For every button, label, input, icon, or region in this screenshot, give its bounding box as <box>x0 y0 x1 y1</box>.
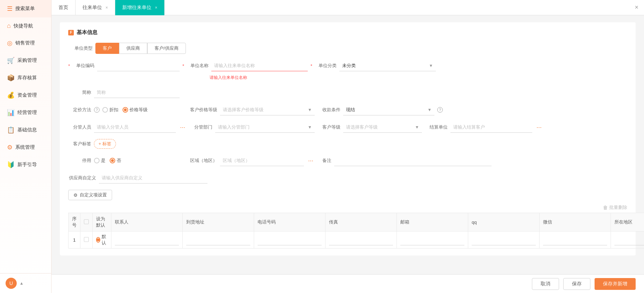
row-checkbox[interactable] <box>84 237 89 242</box>
tab-new-partner-close[interactable]: × <box>155 5 157 10</box>
sidebar-item-sys[interactable]: ⚙ 系统管理 <box>0 139 51 156</box>
batch-delete-area: 🗑 批量删除 <box>68 204 627 211</box>
custom-settings-button[interactable]: ⚙ 自定义项设置 <box>68 190 112 200</box>
row-wechat[interactable] <box>540 231 611 249</box>
sidebar-item-inventory[interactable]: 📦 库存核算 <box>0 69 51 87</box>
section-title: F 基本信息 <box>68 29 627 36</box>
customer-price-label: 客户价格等级 <box>189 107 217 113</box>
region-field: 区域（地区） ··· <box>189 155 315 166</box>
region-label: 区域（地区） <box>189 157 217 164</box>
sidebar-item-operations[interactable]: 📊 经营管理 <box>0 104 51 121</box>
guide-icon: 🔰 <box>7 161 15 169</box>
tab-home[interactable]: 首页 <box>52 0 76 15</box>
col-contact: 联系人 <box>111 213 183 231</box>
home-icon: ⌂ <box>7 22 11 30</box>
table-header: 序号 设为默认 联系人 到货地址 电话号码 传真 邮箱 qq 微信 所在地区 操… <box>69 213 644 231</box>
short-name-input[interactable] <box>94 87 180 98</box>
close-all-tabs[interactable]: × <box>629 4 644 11</box>
save-new-button[interactable]: 保存并新增 <box>595 278 636 290</box>
type-btn-customer[interactable]: 客户 <box>95 43 119 54</box>
settlement-field: 结算单位 ··· <box>425 122 543 133</box>
sidebar-item-label: 库存核算 <box>17 75 37 81</box>
unit-name-label: 单位名称 <box>188 63 209 69</box>
row-qq[interactable] <box>468 231 540 249</box>
sidebar-item-finance[interactable]: 💰 资金管理 <box>0 87 51 104</box>
supplier-custom-input[interactable] <box>99 172 207 184</box>
pricing-price-level[interactable]: 价格等级 <box>123 107 148 113</box>
remark-field: 备注 <box>317 155 492 166</box>
sidebar-item-purchase[interactable]: 🛒 采购管理 <box>0 52 51 69</box>
sidebar: ☰ 搜索菜单 ⌂ 快捷导航 ◎ 销售管理 🛒 采购管理 📦 库存核算 💰 资金管… <box>0 0 52 293</box>
discount-radio[interactable] <box>102 107 108 113</box>
unit-type-row: 单位类型 客户 供应商 客户/供应商 <box>68 43 627 54</box>
disable-yes[interactable]: 是 <box>94 157 105 164</box>
add-tag-button[interactable]: + 标签 <box>94 139 116 149</box>
row-address[interactable] <box>183 231 254 249</box>
payment-select[interactable]: 现结 ▼ <box>343 104 434 115</box>
short-name-label: 简称 <box>68 89 91 96</box>
row-contact[interactable] <box>111 231 183 249</box>
sidebar-item-guide[interactable]: 🔰 新手引导 <box>0 156 51 173</box>
footer-bar: 取消 保存 保存并新增 <box>52 274 644 293</box>
region-input[interactable] <box>220 155 304 166</box>
type-btn-supplier[interactable]: 供应商 <box>119 43 147 54</box>
pricing-help-icon[interactable]: ? <box>94 107 100 113</box>
pricing-discount[interactable]: 折扣 <box>102 107 118 113</box>
disable-field: 停用 是 否 <box>68 157 187 164</box>
payment-help-icon[interactable]: ? <box>437 107 443 113</box>
level-arrow-icon: ▼ <box>415 125 419 130</box>
unit-type-field: 单位类型 客户 供应商 客户/供应商 <box>68 43 627 54</box>
type-btn-both[interactable]: 客户/供应商 <box>147 43 186 54</box>
row-phone[interactable] <box>254 231 325 249</box>
save-button[interactable]: 保存 <box>563 278 590 290</box>
sidebar-item-sales[interactable]: ◎ 销售管理 <box>0 34 51 52</box>
tab-new-partner[interactable]: 新增往来单位 × <box>115 0 165 15</box>
price-level-radio[interactable] <box>123 107 128 113</box>
row-fax[interactable] <box>325 231 397 249</box>
unit-code-input[interactable]: 000009 <box>97 60 180 71</box>
tab-partners[interactable]: 往来单位 × <box>76 0 115 15</box>
payment-label: 收款条件 <box>317 107 340 113</box>
dept-arrow-icon: ▼ <box>308 125 312 130</box>
no-radio[interactable] <box>110 158 115 163</box>
unit-name-input[interactable] <box>211 60 308 71</box>
section-title-text: 基本信息 <box>77 29 97 36</box>
customer-level-select[interactable]: 请选择客户等级 ▼ <box>343 122 422 133</box>
customer-price-select[interactable]: 请选择客户价格等级 ▼ <box>220 104 315 115</box>
cancel-button[interactable]: 取消 <box>532 278 559 290</box>
row-region[interactable] <box>611 231 644 249</box>
sidebar-item-label: 快捷导航 <box>14 23 33 29</box>
manager-field: 分管人员 ··· <box>68 122 187 133</box>
disable-no[interactable]: 否 <box>110 157 121 164</box>
customer-price-field: 客户价格等级 请选择客户价格等级 ▼ <box>189 104 315 115</box>
row-email[interactable] <box>397 231 468 249</box>
yes-radio[interactable] <box>94 158 100 163</box>
unit-category-label: 单位分类 <box>316 63 337 69</box>
dept-field: 分管部门 请输入分管部门 ▼ <box>189 122 315 133</box>
supplier-custom-label: 供应商自定义 <box>68 175 96 181</box>
price-level-label: 价格等级 <box>129 107 148 113</box>
tab-bar: 首页 往来单位 × 新增往来单位 × × <box>52 0 644 15</box>
select-all-checkbox[interactable] <box>84 219 89 224</box>
section-icon: F <box>68 30 74 35</box>
sidebar-item-base-info[interactable]: 📋 基础信息 <box>0 121 51 139</box>
remark-input[interactable] <box>334 155 492 166</box>
unit-category-select[interactable]: 未分类 ▼ <box>339 60 436 71</box>
sidebar-search[interactable]: ☰ 搜索菜单 <box>0 0 51 17</box>
settlement-input[interactable] <box>450 122 532 133</box>
custom-settings-label: 自定义项设置 <box>80 192 107 198</box>
dept-select[interactable]: 请输入分管部门 ▼ <box>215 122 315 133</box>
settlement-more-icon[interactable]: ··· <box>535 124 543 131</box>
dept-label: 分管部门 <box>189 124 212 130</box>
chevron-down-icon-3: ▼ <box>427 107 432 112</box>
region-more-icon[interactable]: ··· <box>307 157 315 164</box>
tab-partners-close[interactable]: × <box>105 5 108 10</box>
batch-delete-label[interactable]: 批量删除 <box>609 204 627 211</box>
col-fax: 传真 <box>325 213 397 231</box>
unit-category-field: * 单位分类 未分类 ▼ <box>311 60 436 71</box>
manager-input[interactable] <box>94 122 176 133</box>
col-region: 所在地区 <box>611 213 644 231</box>
sidebar-item-quick-nav[interactable]: ⌂ 快捷导航 <box>0 17 51 34</box>
manager-more-icon[interactable]: ··· <box>179 124 187 131</box>
default-radio[interactable] <box>96 237 100 243</box>
